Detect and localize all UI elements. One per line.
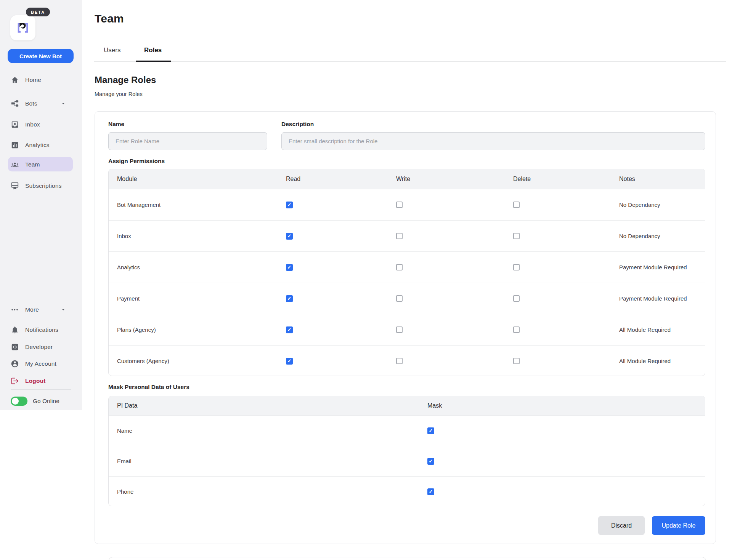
pi-field-name: Email <box>109 458 427 464</box>
role-description-input[interactable] <box>281 132 705 150</box>
section-title: Manage Roles <box>95 75 156 85</box>
read-checkbox[interactable] <box>286 264 293 271</box>
delete-checkbox[interactable] <box>513 264 520 270</box>
delete-checkbox[interactable] <box>513 233 520 239</box>
read-checkbox[interactable] <box>286 358 293 365</box>
sidebar-item-label: Inbox <box>25 121 40 128</box>
mask-table: PI Data Mask Name Email Phone <box>108 396 705 506</box>
tab-users[interactable]: Users <box>104 46 120 54</box>
write-checkbox[interactable] <box>396 326 403 333</box>
app-logo-icon <box>14 19 31 36</box>
module-name: Analytics <box>109 264 286 270</box>
sidebar-item-inbox[interactable]: Inbox <box>4 116 78 133</box>
sidebar-divider <box>11 318 71 318</box>
role-name-input[interactable] <box>108 132 267 150</box>
permissions-header-row: Module Read Write Delete Notes <box>109 169 705 189</box>
assign-permissions-label: Assign Permissions <box>108 158 165 165</box>
sidebar-item-label: Subscriptions <box>25 182 62 189</box>
sidebar: BETA Create New Bot Home Bots <box>0 0 82 410</box>
write-checkbox[interactable] <box>396 264 403 270</box>
next-section-card-edge <box>109 557 706 560</box>
create-new-bot-button[interactable]: Create New Bot <box>8 49 74 63</box>
sidebar-divider <box>11 389 71 390</box>
read-checkbox[interactable] <box>286 202 293 208</box>
name-label: Name <box>108 121 124 128</box>
pi-field-name: Name <box>109 427 427 434</box>
chevron-down-icon <box>61 307 66 312</box>
manage-roles-card: Name Description Assign Permissions Modu… <box>95 111 716 544</box>
sidebar-item-notifications[interactable]: Notifications <box>4 322 78 338</box>
table-row: Customers (Agency) All Module Required <box>109 345 705 376</box>
sidebar-item-team[interactable]: Team <box>4 156 78 173</box>
sidebar-item-bots[interactable]: Bots <box>4 95 78 112</box>
team-icon <box>11 160 19 169</box>
mask-header-row: PI Data Mask <box>109 396 705 415</box>
column-header: PI Data <box>109 402 427 409</box>
delete-checkbox[interactable] <box>513 202 520 208</box>
write-checkbox[interactable] <box>396 202 403 208</box>
table-row: Inbox No Dependancy <box>109 220 705 251</box>
permissions-table: Module Read Write Delete Notes Bot Manag… <box>108 169 705 376</box>
write-checkbox[interactable] <box>396 295 403 302</box>
sidebar-item-analytics[interactable]: Analytics <box>4 137 78 154</box>
sidebar-item-label: Home <box>25 77 41 83</box>
read-checkbox[interactable] <box>286 326 293 333</box>
module-name: Inbox <box>109 233 286 239</box>
module-name: Payment <box>109 295 286 302</box>
sidebar-item-subscriptions[interactable]: Subscriptions <box>4 178 78 194</box>
account-icon <box>11 360 19 368</box>
beta-badge: BETA <box>26 8 50 16</box>
table-row: Payment Payment Module Required <box>109 283 705 314</box>
pi-field-name: Phone <box>109 488 427 495</box>
inbox-icon <box>11 120 19 129</box>
sidebar-item-developer[interactable]: Developer <box>4 339 78 355</box>
discard-button[interactable]: Discard <box>598 516 645 535</box>
read-checkbox[interactable] <box>286 295 293 302</box>
sidebar-item-label: Bots <box>25 100 37 107</box>
sidebar-item-label: Team <box>25 161 40 168</box>
sidebar-item-more[interactable]: More <box>4 301 78 318</box>
app-window: BETA Create New Bot Home Bots <box>0 0 732 560</box>
delete-checkbox[interactable] <box>513 295 520 302</box>
column-header: Read <box>286 176 396 182</box>
column-header: Write <box>396 176 513 182</box>
sidebar-item-label: Logout <box>25 378 46 384</box>
bell-icon <box>11 326 19 334</box>
read-checkbox[interactable] <box>286 233 293 240</box>
column-header: Delete <box>513 176 619 182</box>
column-header: Module <box>109 176 286 182</box>
column-header: Notes <box>619 176 705 182</box>
go-online-row: Go Online <box>4 393 78 410</box>
go-online-label: Go Online <box>33 398 59 405</box>
code-icon <box>11 343 19 351</box>
mask-checkbox[interactable] <box>427 488 434 495</box>
sidebar-item-label: More <box>25 306 39 313</box>
sidebar-item-home[interactable]: Home <box>4 72 78 88</box>
delete-checkbox[interactable] <box>513 326 520 333</box>
mask-checkbox[interactable] <box>427 458 434 465</box>
active-tab-underline <box>136 61 171 62</box>
update-role-button[interactable]: Update Role <box>652 516 705 535</box>
column-header: Mask <box>427 402 705 409</box>
sidebar-item-label: Developer <box>25 344 53 350</box>
notes-text: Payment Module Required <box>619 295 705 302</box>
sidebar-item-my-account[interactable]: My Account <box>4 355 78 372</box>
delete-checkbox[interactable] <box>513 358 520 364</box>
module-name: Plans (Agency) <box>109 326 286 333</box>
page-title: Team <box>95 12 124 25</box>
app-logo <box>10 15 35 40</box>
sidebar-item-logout[interactable]: Logout <box>4 373 78 389</box>
module-name: Customers (Agency) <box>109 358 286 364</box>
chevron-down-icon <box>61 101 66 106</box>
notes-text: Payment Module Required <box>619 264 705 270</box>
notes-text: All Module Required <box>619 358 705 364</box>
toggle-knob <box>12 398 19 405</box>
go-online-toggle[interactable] <box>11 397 27 406</box>
write-checkbox[interactable] <box>396 233 403 239</box>
tab-roles[interactable]: Roles <box>144 46 162 54</box>
logout-icon <box>11 377 19 385</box>
mask-checkbox[interactable] <box>427 427 434 434</box>
tabs-divider <box>94 61 726 62</box>
write-checkbox[interactable] <box>396 358 403 364</box>
table-row: Bot Management No Dependancy <box>109 189 705 220</box>
